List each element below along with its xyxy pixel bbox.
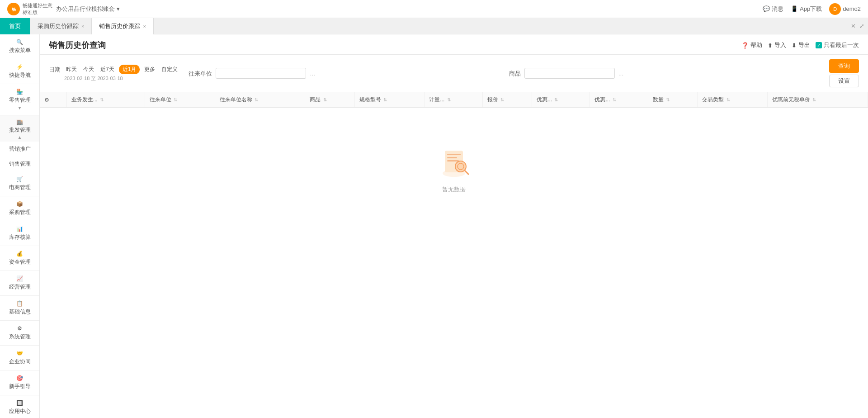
col-discount2[interactable]: 优惠... ⇅: [590, 92, 648, 108]
partner-filter-group: 往来单位 ...: [189, 68, 500, 79]
col-goods[interactable]: 商品 ⇅: [305, 92, 355, 108]
empty-text: 暂无数据: [442, 185, 466, 194]
tab-purchase[interactable]: 采购历史价跟踪 ×: [30, 18, 92, 34]
only-last-checkbox-group[interactable]: ✓ 只看最后一次: [816, 41, 859, 49]
date-options: 昨天 今天 近7天 近1月 更多 自定义: [64, 65, 179, 74]
username: demo2: [843, 5, 861, 12]
partner-dots-icon[interactable]: ...: [310, 70, 315, 77]
tab-sales[interactable]: 销售历史价跟踪 ×: [92, 18, 153, 34]
sidebar-item-appcenter[interactable]: 🔲 应用中心: [0, 395, 39, 418]
col-quote[interactable]: 报价 ⇅: [482, 92, 532, 108]
logo-icon: 畅: [7, 3, 20, 15]
export-icon: ⬇: [792, 42, 797, 49]
sort-icon: ⇅: [447, 97, 451, 102]
import-icon: ⬆: [768, 42, 773, 49]
col-discount2-label: 优惠...: [594, 96, 610, 103]
col-quantity[interactable]: 数量 ⇅: [648, 92, 698, 108]
sidebar-marketing-label: 营销推广: [9, 146, 31, 152]
window-maximize-icon[interactable]: ⤢: [859, 23, 864, 29]
goods-dots-icon[interactable]: ...: [618, 70, 624, 77]
col-quote-label: 报价: [487, 96, 498, 103]
date-filter-label: 日期: [49, 66, 61, 74]
import-action[interactable]: ⬆ 导入: [768, 41, 786, 49]
partner-input[interactable]: [216, 68, 306, 79]
col-business-date[interactable]: 业务发生... ⇅: [66, 92, 145, 108]
date-option-custom[interactable]: 自定义: [160, 65, 179, 74]
sidebar-search-label: 搜索菜单: [9, 47, 31, 54]
sidebar-item-guide[interactable]: 🎯 新手引导: [0, 370, 39, 395]
sidebar-item-ecommerce[interactable]: 🛒 电商管理: [0, 171, 39, 196]
sidebar-item-sales[interactable]: 销售管理: [0, 157, 39, 171]
sidebar-item-purchase[interactable]: 📦 采购管理: [0, 196, 39, 221]
search-icon: 🔍: [16, 39, 23, 45]
page-header: 销售历史价查询 ❓ 帮助 ⬆ 导入 ⬇ 导出 ✓ 只看最后一次: [40, 34, 868, 55]
sidebar-collab-label: 企业协同: [9, 358, 31, 366]
settings-button[interactable]: 设置: [829, 75, 859, 87]
table-header-row: ⚙ 业务发生... ⇅ 往来单位 ⇅ 往来单位名称 ⇅: [40, 92, 868, 108]
retail-icon: 🏪: [16, 89, 23, 95]
col-unit[interactable]: 计量... ⇅: [425, 92, 482, 108]
template-selector[interactable]: 办公用品行业模拟账套 ▾: [56, 5, 120, 13]
col-partner-name[interactable]: 往来单位名称 ⇅: [215, 92, 305, 108]
col-business-date-label: 业务发生...: [71, 96, 98, 103]
tab-home-label: 首页: [9, 22, 21, 30]
template-name: 办公用品行业模拟账套: [56, 5, 115, 13]
page-title: 销售历史价查询: [49, 40, 106, 51]
col-pretax[interactable]: 优惠前无税单价 ⇅: [767, 92, 868, 108]
top-header: 畅 畅捷通好生意 标准版 办公用品行业模拟账套 ▾ 💬 消息 📱 App下载 D…: [0, 0, 868, 18]
tab-purchase-close[interactable]: ×: [81, 24, 84, 29]
only-last-checkbox[interactable]: ✓: [816, 42, 822, 48]
header-left: 畅 畅捷通好生意 标准版 办公用品行业模拟账套 ▾: [7, 2, 120, 15]
download-icon: 📱: [791, 5, 798, 12]
sidebar-item-finance[interactable]: 💰 资金管理: [0, 246, 39, 271]
date-option-today[interactable]: 今天: [81, 65, 96, 74]
col-trade-type-label: 交易类型: [702, 96, 724, 103]
query-button[interactable]: 查询: [829, 59, 859, 73]
sidebar-sales-label: 销售管理: [9, 161, 31, 167]
col-spec[interactable]: 规格型号 ⇅: [354, 92, 425, 108]
sidebar-item-marketing[interactable]: 营销推广: [0, 142, 39, 157]
sidebar-quicknav-label: 快捷导航: [9, 71, 31, 79]
finance-icon: 💰: [16, 251, 23, 257]
col-trade-type[interactable]: 交易类型 ⇅: [698, 92, 768, 108]
sidebar-item-inventory[interactable]: 📊 库存核算: [0, 221, 39, 246]
window-close-icon[interactable]: ✕: [851, 23, 856, 29]
tab-purchase-label: 采购历史价跟踪: [38, 22, 79, 30]
svg-rect-5: [447, 157, 457, 158]
sidebar-item-management[interactable]: 📈 经营管理: [0, 271, 39, 296]
date-option-1month[interactable]: 近1月: [119, 65, 140, 74]
tab-sales-label: 销售历史价跟踪: [99, 22, 140, 30]
tab-home[interactable]: 首页: [0, 18, 30, 34]
sidebar-item-system[interactable]: ⚙ 系统管理: [0, 321, 39, 346]
empty-icon: [436, 144, 472, 180]
message-action[interactable]: 💬 消息: [763, 5, 783, 13]
col-settings[interactable]: ⚙: [40, 92, 66, 108]
export-action[interactable]: ⬇ 导出: [792, 41, 810, 49]
filter-actions: 查询 设置: [829, 59, 859, 87]
date-option-7days[interactable]: 近7天: [99, 65, 116, 74]
sidebar-item-collab[interactable]: 🤝 企业协同: [0, 346, 39, 370]
sidebar-item-quicknav[interactable]: ⚡ 快捷导航: [0, 59, 39, 84]
goods-filter-group: 商品 ...: [509, 68, 820, 79]
col-partner-code[interactable]: 往来单位 ⇅: [145, 92, 215, 108]
management-icon: 📈: [16, 276, 23, 282]
dropdown-arrow-icon: ▾: [117, 5, 120, 12]
sidebar-item-basicinfo[interactable]: 📋 基础信息: [0, 296, 39, 321]
col-discount1[interactable]: 优惠... ⇅: [532, 92, 590, 108]
sidebar-item-wholesale[interactable]: 🏬 批发管理 ▲: [0, 115, 39, 142]
download-action[interactable]: 📱 App下载: [791, 5, 822, 13]
table-container: ⚙ 业务发生... ⇅ 往来单位 ⇅ 往来单位名称 ⇅: [40, 92, 868, 418]
date-option-yesterday[interactable]: 昨天: [64, 65, 79, 74]
goods-input[interactable]: [524, 68, 615, 79]
help-action[interactable]: ❓ 帮助: [741, 41, 762, 49]
nav-icon: ⚡: [16, 64, 23, 70]
tab-bar-actions: ✕ ⤢: [851, 23, 868, 29]
main-layout: 🔍 搜索菜单 ⚡ 快捷导航 🏪 零售管理 ▼ 🏬 批发管理 ▲ 营销推广 销售管…: [0, 34, 868, 418]
sort-icon: ⇅: [174, 97, 177, 102]
sidebar-item-search[interactable]: 🔍 搜索菜单: [0, 34, 39, 59]
date-option-more[interactable]: 更多: [142, 65, 157, 74]
tab-sales-close[interactable]: ×: [143, 24, 146, 29]
user-info[interactable]: D demo2: [829, 3, 861, 15]
filter-bar: 日期 昨天 今天 近7天 近1月 更多 自定义 2023-02-18 至 202…: [40, 55, 868, 92]
sidebar-item-retail[interactable]: 🏪 零售管理 ▼: [0, 84, 39, 115]
